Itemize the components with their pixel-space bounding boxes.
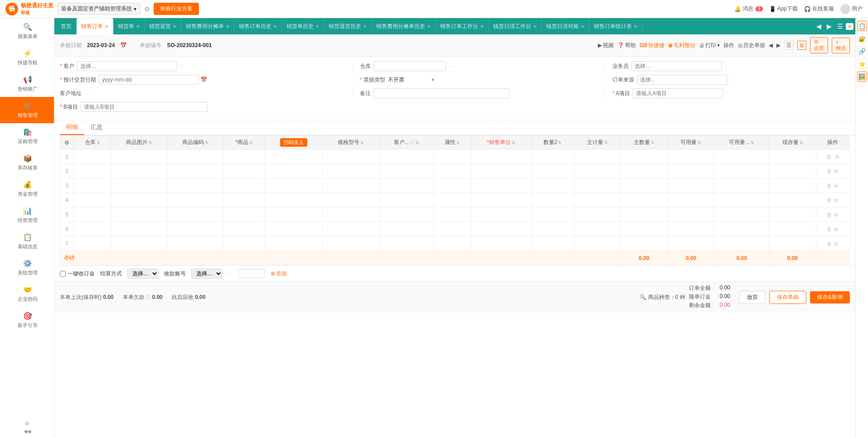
cell-scan[interactable] xyxy=(265,193,323,207)
cell-image[interactable] xyxy=(111,178,167,193)
save-new-button[interactable]: 保存&新增 xyxy=(810,291,850,303)
cell-action[interactable]: 🗑⊕ xyxy=(816,178,849,193)
cell-qty2[interactable] xyxy=(531,178,574,193)
cell-attr[interactable] xyxy=(434,236,471,251)
cell-current[interactable] xyxy=(769,207,816,222)
a-project-input[interactable] xyxy=(633,88,723,98)
warehouse-input[interactable]: 成品库 xyxy=(373,61,446,71)
cell-code[interactable] xyxy=(167,207,223,222)
col-main-qty[interactable]: 主数量⇅ xyxy=(621,136,667,149)
cell-qty2[interactable] xyxy=(531,222,574,236)
delete-icon[interactable]: 🗑 xyxy=(827,212,832,218)
cell-main-qty[interactable] xyxy=(621,222,667,236)
copy-icon[interactable]: ⊕ xyxy=(835,154,839,160)
cell-available[interactable] xyxy=(668,207,714,222)
cell-code[interactable] xyxy=(167,236,223,251)
calendar-icon[interactable]: 📅 xyxy=(120,42,127,48)
col-setting[interactable]: ⚙ xyxy=(60,136,74,149)
cell-scan[interactable] xyxy=(265,149,323,164)
order-source-input[interactable] xyxy=(637,75,727,85)
tab-home[interactable]: 首页 xyxy=(56,18,77,34)
cell-available[interactable] xyxy=(668,222,714,236)
cell-main-qty[interactable] xyxy=(621,236,667,251)
cell-attr[interactable] xyxy=(434,222,471,236)
cell-qty2[interactable] xyxy=(531,207,574,222)
copy-icon[interactable]: ⊕ xyxy=(834,212,839,218)
tab-prev-btn[interactable]: ◀ xyxy=(814,23,824,30)
order-source-dots[interactable]: ··· xyxy=(729,77,734,83)
cell-image[interactable] xyxy=(111,207,167,222)
print-btn[interactable]: 🖨 打印 ▾ xyxy=(699,42,720,49)
sidebar-item-inventory[interactable]: 📦 库存核算 xyxy=(0,149,54,176)
sidebar-item-operation[interactable]: 📊 经营管理 xyxy=(0,202,54,228)
tab-close-icon[interactable]: ✕ xyxy=(427,24,431,29)
cell-spec[interactable] xyxy=(323,178,379,193)
cell-scan[interactable] xyxy=(265,222,323,236)
cell-unit[interactable] xyxy=(471,178,531,193)
cell-product[interactable] xyxy=(224,164,265,178)
cell-current[interactable] xyxy=(769,236,816,251)
cell-current[interactable] xyxy=(769,178,816,193)
notification-btn[interactable]: 🔔 消息 9 xyxy=(734,5,763,13)
help-btn[interactable]: ❓ 帮助 xyxy=(617,42,636,49)
cell-main-unit[interactable] xyxy=(574,236,621,251)
operation-btn[interactable]: 操作 xyxy=(723,42,734,49)
tab-menu-btn[interactable]: ☰ xyxy=(834,23,846,30)
tab-detail[interactable]: 明细 xyxy=(60,120,84,135)
sidebar-item-shortcuts[interactable]: ⚡ 快捷导航 xyxy=(0,44,54,71)
sidebar-collapse-btn[interactable]: ◀◀ xyxy=(24,428,31,434)
tab-order-history[interactable]: 销售订单历史 ✕ xyxy=(234,18,282,34)
cell-code[interactable] xyxy=(167,149,223,164)
quick-confirm-input[interactable] xyxy=(60,271,66,277)
app-download-btn[interactable]: 📱 App下载 xyxy=(769,5,798,13)
cell-warehouse[interactable] xyxy=(74,236,111,251)
nav-prev-icon[interactable]: ◀ xyxy=(769,42,773,48)
right-panel-icon-3[interactable]: 🔗 xyxy=(857,46,867,56)
salesperson-dots[interactable]: ··· xyxy=(724,63,728,69)
col-warehouse[interactable]: 仓库⇅ xyxy=(74,136,111,149)
add-row-btn[interactable]: ⊕ 添加 xyxy=(271,270,287,278)
tab-sales-expense[interactable]: 销售费用分摊单 ✕ xyxy=(181,18,234,34)
cell-attr[interactable] xyxy=(434,149,471,164)
date-value[interactable]: 2023-03-24 xyxy=(87,42,115,48)
tab-sales-invoice[interactable]: 销货单 ✕ xyxy=(113,18,145,34)
cell-unit[interactable] xyxy=(471,164,531,178)
address-dots[interactable]: ··· xyxy=(86,90,91,96)
cell-customer-code[interactable] xyxy=(379,164,434,178)
cell-available[interactable] xyxy=(668,164,714,178)
cell-warehouse[interactable] xyxy=(74,222,111,236)
col-code[interactable]: 商品编码⇅ xyxy=(167,136,223,149)
tab-close-icon[interactable]: ✕ xyxy=(136,24,140,29)
cell-main-qty[interactable] xyxy=(621,193,667,207)
tab-next-btn[interactable]: ▶ xyxy=(824,23,834,30)
cell-unit[interactable] xyxy=(471,207,531,222)
cell-product[interactable] xyxy=(224,236,265,251)
settings-panel-btn[interactable]: ⚙ 设置 xyxy=(810,37,828,53)
col-unit[interactable]: *销售单位⇅ xyxy=(471,136,531,149)
cell-customer-code[interactable] xyxy=(379,149,434,164)
cell-action[interactable]: 🗑⊕ xyxy=(816,207,849,222)
col-scan[interactable]: 扫码录入 xyxy=(265,136,323,149)
col-product[interactable]: *商品⇅ xyxy=(224,136,265,149)
cell-attr[interactable] xyxy=(434,207,471,222)
right-panel-icon-2[interactable]: 🔐 xyxy=(857,34,867,43)
cell-attr[interactable] xyxy=(434,193,471,207)
cell-product[interactable] xyxy=(224,207,265,222)
cell-main-unit[interactable] xyxy=(574,164,621,178)
tab-close-icon[interactable]: ✕ xyxy=(363,24,367,29)
cell-available2[interactable] xyxy=(714,222,769,236)
cell-code[interactable] xyxy=(167,164,223,178)
cell-spec[interactable] xyxy=(323,164,379,178)
tab-invoice-history[interactable]: 销货单历史 ✕ xyxy=(282,18,324,34)
gear-icon[interactable]: ⚙ xyxy=(144,5,150,13)
delete-icon[interactable]: 🗑 xyxy=(827,241,832,247)
salesperson-input[interactable] xyxy=(631,61,722,71)
cell-main-unit[interactable] xyxy=(574,207,621,222)
cell-action[interactable]: 🗑⊕ xyxy=(816,222,849,236)
cell-action[interactable]: 🗑⊕ xyxy=(816,236,849,251)
cell-warehouse[interactable] xyxy=(74,193,111,207)
payment-method-select[interactable]: 选择... xyxy=(127,269,159,279)
delete-icon[interactable]: 🗑 xyxy=(827,226,832,232)
cell-main-unit[interactable] xyxy=(574,178,621,193)
dots-icon[interactable]: ··· xyxy=(228,270,233,277)
